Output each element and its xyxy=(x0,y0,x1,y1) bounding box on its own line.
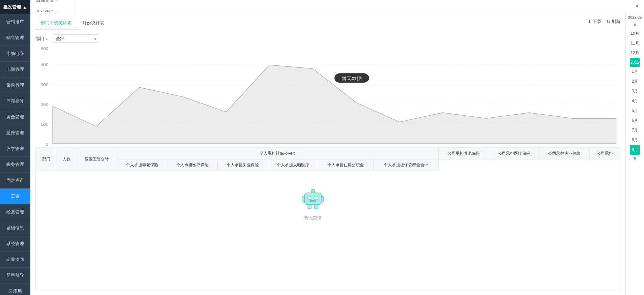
timeline-item-11月[interactable]: 11月 xyxy=(628,38,642,48)
svg-rect-19 xyxy=(302,196,304,202)
timeline-item-3月[interactable]: 3月 xyxy=(628,86,642,96)
sidebar-header[interactable]: 批发管理 ▲ xyxy=(0,0,30,14)
timeline-panel: 2022.09 ▲ 10月11月12月20221月2月3月4月5月6月7月8月9… xyxy=(625,12,644,295)
svg-text:500: 500 xyxy=(41,46,49,51)
sidebar-item-system[interactable]: 系统管理 xyxy=(0,236,30,252)
tab-store-manage[interactable]: 店铺管理 × xyxy=(32,0,75,6)
timeline-item-1月[interactable]: 1月 xyxy=(628,67,642,77)
sidebar-item-ledger[interactable]: 总账管理 xyxy=(0,125,30,141)
timeline-item-9月[interactable]: 9月 xyxy=(630,145,640,155)
timeline-item-4月[interactable]: 4月 xyxy=(628,96,642,106)
th-company-unemployment: 公司承担失业保险 xyxy=(539,148,590,159)
download-button[interactable]: ⬇ 下载 xyxy=(588,19,601,25)
expand-icon: ▲ xyxy=(23,5,27,10)
timeline-item-12月[interactable]: 12月 xyxy=(628,48,642,58)
sidebar-item-inventory[interactable]: 库存核算 xyxy=(0,93,30,109)
tab-month-stats[interactable]: 月份统计表 xyxy=(77,17,110,29)
sidebar-item-enterprise[interactable]: 企业协同 xyxy=(0,252,30,268)
svg-rect-20 xyxy=(321,196,324,202)
sidebar-item-purchase[interactable]: 采购管理 xyxy=(0,78,30,93)
th-company-medical: 公司承担医疗保险 xyxy=(489,148,539,159)
empty-text: 暂无数据 xyxy=(304,215,322,221)
table-scroll[interactable]: 部门 人数 应发工资合计 个人承担社保公积金 公司承担养老保险 公司承担医疗保险… xyxy=(36,148,620,234)
download-icon: ⬇ xyxy=(588,19,591,24)
content-area: 部门工资统计表 月份统计表 ⬇ 下载 ↻ 刷新 部门： xyxy=(30,12,644,295)
timeline-item-5月[interactable]: 5月 xyxy=(628,106,642,116)
svg-rect-21 xyxy=(308,205,311,209)
th-personal-large-medical: 个人承担大额医疗 xyxy=(268,159,318,171)
timeline-item-6月[interactable]: 6月 xyxy=(628,116,642,125)
svg-rect-15 xyxy=(314,196,318,200)
tab-bar: 首页门店商品目录 ×销售单 ×店铺管理 ×生成凭证 ×应收应付调整单 ×工资表 … xyxy=(30,0,644,12)
th-personal-medical: 个人承担医疗保险 xyxy=(167,159,218,171)
timeline-item-10月[interactable]: 10月 xyxy=(628,29,642,38)
table-area[interactable]: 部门 人数 应发工资合计 个人承担社保公积金 公司承担养老保险 公司承担医疗保险… xyxy=(35,147,620,290)
th-personal-housing: 个人承担住房公积金 xyxy=(318,159,374,171)
sidebar-item-cloud[interactable]: 云应用 xyxy=(0,284,30,295)
svg-text:100: 100 xyxy=(41,122,49,127)
sidebar: 批发管理 ▲ 营销推广销售管理小畅电商电商管理采购管理库存核算资金管理总账管理发… xyxy=(0,0,30,295)
svg-text:400: 400 xyxy=(41,62,49,67)
sidebar-items-container: 营销推广销售管理小畅电商电商管理采购管理库存核算资金管理总账管理发票管理税务管理… xyxy=(0,14,30,295)
dept-label: 部门： xyxy=(35,36,49,42)
sidebar-item-tax[interactable]: 税务管理 xyxy=(0,157,30,173)
svg-text:暂无数据: 暂无数据 xyxy=(342,76,362,81)
timeline-item-2月[interactable]: 2月 xyxy=(628,77,642,86)
svg-text:300: 300 xyxy=(41,82,49,87)
toolbar-left: 部门： 全部 xyxy=(35,34,99,43)
sidebar-item-sales[interactable]: 销售管理 xyxy=(0,30,30,46)
svg-rect-22 xyxy=(315,205,318,209)
th-personal-total: 个人承担社保公积金合计 xyxy=(373,159,438,171)
main-area: 首页门店商品目录 ×销售单 ×店铺管理 ×生成凭证 ×应收应付调整单 ×工资表 … xyxy=(30,0,644,295)
dept-select-wrapper: 全部 xyxy=(52,34,99,43)
th-personal-unemployment: 个人承担失业保险 xyxy=(218,159,268,171)
sidebar-item-basic[interactable]: 基础信息 xyxy=(0,220,30,236)
th-personal-pension: 个人承担养老保险 xyxy=(117,159,167,171)
timeline-item-7月[interactable]: 7月 xyxy=(628,125,642,135)
th-personal-insurance: 个人承担社保公积金 xyxy=(117,148,439,159)
dept-select[interactable]: 全部 xyxy=(52,34,99,43)
sub-tab-bar: 部门工资统计表 月份统计表 ⬇ 下载 ↻ 刷新 xyxy=(35,17,620,29)
sidebar-item-salary[interactable]: 工资 xyxy=(0,188,30,204)
sidebar-item-guide[interactable]: 新手引导 xyxy=(0,268,30,284)
sidebar-item-ecommerce-small[interactable]: 小畅电商 xyxy=(0,46,30,62)
close-all-tabs-button[interactable]: ✕ xyxy=(632,3,642,8)
page-content: 部门工资统计表 月份统计表 ⬇ 下载 ↻ 刷新 部门： xyxy=(30,12,625,295)
sidebar-item-marketing[interactable]: 营销推广 xyxy=(0,14,30,30)
sidebar-item-ecommerce[interactable]: 电商管理 xyxy=(0,62,30,78)
svg-text:0: 0 xyxy=(46,142,49,147)
timeline-item-8月[interactable]: 8月 xyxy=(628,135,642,145)
svg-text:200: 200 xyxy=(41,102,49,107)
th-dept: 部门 xyxy=(36,148,56,171)
tab-close-store-manage[interactable]: × xyxy=(55,0,57,2)
th-headcount: 人数 xyxy=(56,148,77,171)
refresh-button[interactable]: ↻ 刷新 xyxy=(607,19,620,25)
sidebar-item-finance[interactable]: 资金管理 xyxy=(0,109,30,125)
sidebar-title: 批发管理 xyxy=(3,4,21,10)
timeline-item-2022[interactable]: 2022 xyxy=(630,58,640,67)
svg-rect-16 xyxy=(310,200,316,202)
filter-toolbar: 部门： 全部 xyxy=(35,34,620,43)
th-company-other: 公司承担 xyxy=(590,148,620,159)
timeline-header: 2022.09 xyxy=(627,14,642,21)
tab-dept-stats[interactable]: 部门工资统计表 xyxy=(35,17,77,29)
data-table: 部门 人数 应发工资合计 个人承担社保公积金 公司承担养老保险 公司承担医疗保险… xyxy=(36,148,620,234)
sidebar-item-assets[interactable]: 固定资产 xyxy=(0,173,30,188)
th-total-salary: 应发工资合计 xyxy=(77,148,117,171)
svg-rect-13 xyxy=(304,193,321,205)
refresh-icon: ↻ xyxy=(607,19,610,24)
close-icon: ✕ xyxy=(635,3,639,8)
sidebar-item-invoice[interactable]: 发票管理 xyxy=(0,141,30,157)
timeline-down-nav[interactable]: ▼ xyxy=(631,155,639,163)
chart-svg: 0 100 200 300 400 500 xyxy=(35,46,620,147)
th-company-pension: 公司承担养老保险 xyxy=(439,148,489,159)
svg-rect-14 xyxy=(308,196,312,200)
timeline-up-nav[interactable]: ▲ xyxy=(631,21,639,29)
empty-state: 暂无数据 xyxy=(36,171,590,234)
sidebar-item-operation[interactable]: 经营管理 xyxy=(0,204,30,220)
timeline-items-container: 10月11月12月20221月2月3月4月5月6月7月8月9月 xyxy=(628,29,642,155)
empty-robot-icon xyxy=(299,184,326,211)
chart-area: 0 100 200 300 400 500 xyxy=(35,46,620,147)
tab-label-store-manage: 店铺管理 xyxy=(36,0,54,3)
